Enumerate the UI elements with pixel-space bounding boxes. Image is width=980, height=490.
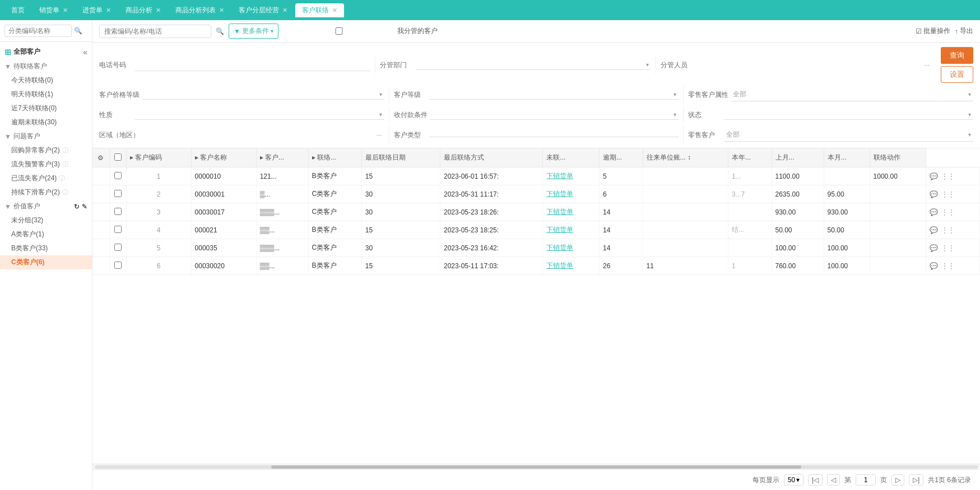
row-actions[interactable]: 💬 ⋮⋮ [926,257,980,275]
action-more-icon[interactable]: ⋮⋮ [941,190,955,198]
close-sales-icon[interactable]: ✕ [63,7,68,14]
more-conditions-btn[interactable]: ▼ 更多条件 ▾ [229,24,278,39]
sidebar-search-icon[interactable]: 🔍 [74,27,82,35]
sidebar-item-b-class[interactable]: B类客户(33) [0,241,92,255]
action-chat-icon[interactable]: 💬 [930,190,938,198]
row-last-method[interactable]: 下销货单 [543,239,600,257]
last-method-link[interactable]: 下销货单 [546,208,573,216]
prev-page-btn[interactable]: ◁ [827,474,840,486]
row-last-method[interactable]: 下销货单 [543,185,600,203]
action-chat-icon[interactable]: 💬 [930,208,938,216]
nav-customer-tier[interactable]: 客户分层经营 ✕ [232,3,294,17]
sidebar-search-input[interactable] [4,25,72,37]
action-chat-icon[interactable]: 💬 [930,226,938,234]
row-checkbox-cell[interactable] [109,203,126,221]
close-product-analysis-icon[interactable]: ✕ [156,7,161,14]
sidebar-all-customers[interactable]: ⊞ 全部客户 « [0,44,92,59]
sidebar-item-ungroup[interactable]: 未分组(32) [0,213,92,227]
nav-product-analysis[interactable]: 商品分析 ✕ [119,3,168,17]
payment-select[interactable]: ▾ [430,110,679,120]
row-checkbox[interactable] [114,208,122,215]
last-method-link[interactable]: 下销货单 [546,262,573,269]
row-actions[interactable]: 💬 ⋮⋮ [926,167,980,185]
setting-button[interactable]: 设置 [941,66,973,83]
select-all-checkbox[interactable] [114,153,122,161]
row-checkbox[interactable] [114,244,122,251]
my-customers-checkbox-label[interactable]: 我分管的客户 [283,26,438,36]
collapse-btn[interactable]: « [83,48,87,57]
sidebar-item-a-class[interactable]: A类客户(1) [0,227,92,241]
sidebar-item-tomorrow[interactable]: 明天待联络(1) [0,87,92,101]
nature-select[interactable]: ▾ [135,110,384,120]
close-purchase-icon[interactable]: ✕ [106,7,111,14]
sidebar-section-problem[interactable]: ▼ 问题客户 [0,129,92,143]
row-checkbox-cell[interactable] [109,185,126,203]
filter-search-icon[interactable]: 🔍 [216,27,224,35]
sidebar-item-c-class[interactable]: C类客户(6) [0,255,92,269]
action-more-icon[interactable]: ⋮⋮ [941,244,955,252]
region-dots-icon[interactable]: ··· [377,131,382,139]
close-customer-contact-icon[interactable]: ✕ [332,7,337,14]
manager-select[interactable]: ··· [696,59,932,71]
row-checkbox[interactable] [114,190,122,197]
horizontal-scrollbar[interactable] [92,464,980,469]
retail-select[interactable]: 全部 ▾ [724,128,973,142]
row-actions[interactable]: 💬 ⋮⋮ [926,221,980,239]
last-method-link[interactable]: 下销货单 [546,244,573,251]
sidebar-item-today[interactable]: 今天待联络(0) [0,73,92,87]
first-page-btn[interactable]: |◁ [808,474,823,486]
export-btn[interactable]: ↑ 导出 [955,26,973,36]
row-last-method[interactable]: 下销货单 [543,203,600,221]
status-select[interactable]: ▾ [724,110,973,120]
sidebar-item-abnormal[interactable]: 回购异常客户(2) ⓘ [0,143,92,157]
search-input[interactable] [99,25,211,38]
row-actions[interactable]: 💬 ⋮⋮ [926,185,980,203]
page-number-input[interactable] [856,474,876,486]
row-last-method[interactable]: 下销货单 [543,257,600,275]
row-checkbox-cell[interactable] [109,167,126,185]
action-more-icon[interactable]: ⋮⋮ [941,172,955,180]
action-chat-icon[interactable]: 💬 [930,262,938,270]
scrollbar-thumb[interactable] [271,465,801,469]
sidebar-item-lost[interactable]: 已流失客户(24) ⓘ [0,171,92,185]
nav-home[interactable]: 首页 [4,3,31,17]
last-method-link[interactable]: 下销货单 [546,172,573,180]
retail-attr-select[interactable]: 全部 ▾ [731,88,973,101]
row-actions[interactable]: 💬 ⋮⋮ [926,239,980,257]
edit-icon[interactable]: ✎ [82,203,87,211]
nav-product-list[interactable]: 商品分析列表 ✕ [169,3,231,17]
refresh-icon[interactable]: ↻ [74,203,80,211]
customer-type-select[interactable] [430,133,679,137]
my-customers-checkbox[interactable] [283,27,395,35]
action-more-icon[interactable]: ⋮⋮ [941,262,955,270]
action-more-icon[interactable]: ⋮⋮ [941,226,955,234]
last-method-link[interactable]: 下销货单 [546,226,573,234]
nav-customer-contact[interactable]: 客户联络 ✕ [295,3,344,17]
nav-sales[interactable]: 销货单 ✕ [32,3,75,17]
region-select[interactable]: ··· [142,129,384,141]
last-method-link[interactable]: 下销货单 [546,190,573,198]
sidebar-item-overdue[interactable]: 逾期未联络(30) [0,115,92,129]
page-size-select[interactable]: 50 ▾ [784,474,803,486]
th-gear[interactable]: ⚙ [92,148,109,167]
customer-level-select[interactable]: ▾ [430,90,679,100]
manager-dots-icon[interactable]: ··· [924,61,930,69]
customer-value-select[interactable]: ▾ [142,90,384,100]
query-button[interactable]: 查询 [941,47,973,64]
next-page-btn[interactable]: ▷ [891,474,904,486]
row-checkbox-cell[interactable] [109,239,126,257]
action-chat-icon[interactable]: 💬 [930,172,938,180]
phone-input[interactable] [135,59,370,71]
batch-operation-btn[interactable]: ☑ 批量操作 [916,26,950,36]
close-product-list-icon[interactable]: ✕ [219,7,224,14]
sidebar-item-7days[interactable]: 近7天待联络(0) [0,101,92,115]
row-actions[interactable]: 💬 ⋮⋮ [926,203,980,221]
sidebar-section-pending[interactable]: ▼ 待联络客户 [0,59,92,73]
row-checkbox-cell[interactable] [109,257,126,275]
sidebar-item-warning[interactable]: 流失预警客户(3) ⓘ [0,157,92,171]
sidebar-section-value[interactable]: ▼ 价值客户 [4,202,40,211]
th-check[interactable] [109,148,126,167]
nav-purchase[interactable]: 进货单 ✕ [76,3,118,17]
row-checkbox-cell[interactable] [109,221,126,239]
row-checkbox[interactable] [114,226,122,233]
